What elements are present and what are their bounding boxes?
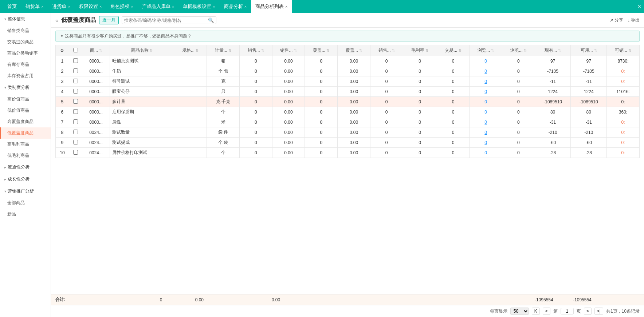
row-view1[interactable]: 0 — [470, 107, 502, 117]
table-row: 7 0000... 属性 米 0 0.00 0 0.00 0 0 0 0 0 -… — [56, 117, 640, 127]
sidebar-section-growth[interactable]: ▸ 成长性分析 — [0, 173, 51, 185]
nav-tab-sales[interactable]: 销货单 × — [21, 0, 48, 13]
cov2-column-header[interactable]: 覆盖... ⇅ — [338, 45, 370, 56]
sidebar-item-low-value[interactable]: 低价值商品 — [0, 105, 51, 116]
row-view1[interactable]: 0 — [470, 66, 502, 76]
row-checkbox[interactable] — [69, 117, 82, 127]
nav-tab-product-analysis-list[interactable]: 商品分析列表 × — [251, 0, 292, 13]
sidebar-section-flow[interactable]: ▸ 流通性分析 — [0, 161, 51, 173]
sidebar-item-high-margin[interactable]: 高毛利商品 — [0, 139, 51, 150]
last-page-button[interactable]: >| — [594, 308, 603, 315]
sales-amt-column-header[interactable]: 销售... ⇅ — [272, 45, 305, 56]
row-sales-amt: 0.00 — [272, 117, 305, 127]
code-column-header[interactable]: 商... ⇅ — [82, 45, 110, 56]
sidebar-section-general[interactable]: ▾ 整体信息 — [0, 13, 51, 25]
nav-tab-product-analysis[interactable]: 商品分析 × — [220, 0, 251, 13]
per-page-select[interactable]: 20 50 100 200 — [510, 308, 529, 315]
sidebar-item-low-margin[interactable]: 低毛利商品 — [0, 150, 51, 161]
select-all-checkbox[interactable] — [73, 48, 78, 52]
sidebar-item-category-rate[interactable]: 商品分类动销率 — [0, 48, 51, 59]
row-name: 启用保质期 — [110, 107, 174, 117]
sales-count-column-header[interactable]: 销售... ⇅ — [370, 45, 403, 56]
checkbox-column-header[interactable] — [69, 45, 82, 56]
row-checkbox[interactable] — [69, 76, 82, 87]
nav-tab-home[interactable]: 首页 — [3, 0, 21, 13]
row-view1[interactable]: 0 — [470, 76, 502, 87]
sales-qty-column-header[interactable]: 销售... ⇅ — [239, 45, 272, 56]
next-page-button[interactable]: > — [584, 308, 592, 315]
close-product-analysis-list-tab[interactable]: × — [285, 4, 287, 9]
row-view2: 0 — [502, 66, 535, 76]
row-checkbox[interactable] — [69, 97, 82, 107]
row-view1[interactable]: 0 — [470, 87, 502, 97]
row-stock1: -7105 — [535, 66, 571, 76]
nav-tab-template[interactable]: 单据模板设置 × — [178, 0, 219, 13]
row-checkbox[interactable] — [69, 66, 82, 76]
row-view1[interactable]: 0 — [470, 138, 502, 148]
stock1-column-header[interactable]: 现有... ⇅ — [535, 45, 571, 56]
prev-page-button[interactable]: < — [543, 308, 550, 315]
sidebar-section-marketing[interactable]: ▾ 营销推广分析 — [0, 185, 51, 197]
view2-column-header[interactable]: 浏览... ⇅ — [502, 45, 535, 56]
close-permission-tab[interactable]: × — [99, 4, 102, 9]
row-checkbox[interactable] — [69, 148, 82, 158]
first-page-button[interactable]: K — [532, 308, 540, 315]
spec-column-header[interactable]: 规格... ⇅ — [174, 45, 207, 56]
sidebar-item-traded-goods[interactable]: 交易过的商品 — [0, 36, 51, 48]
sidebar-item-sales-goods[interactable]: 销售类商品 — [0, 25, 51, 36]
nav-tab-product-entry[interactable]: 产成品入库单 × — [138, 0, 178, 13]
sidebar-item-high-value[interactable]: 高价值商品 — [0, 94, 51, 105]
row-checkbox[interactable] — [69, 138, 82, 148]
sidebar-item-capital-occupation[interactable]: 库存资金占用 — [0, 70, 51, 82]
row-checkbox[interactable] — [69, 56, 82, 66]
export-button[interactable]: ↓ 导出 — [628, 17, 640, 23]
close-product-analysis-tab[interactable]: × — [244, 4, 247, 9]
row-checkbox[interactable] — [69, 107, 82, 117]
row-view1[interactable]: 0 — [470, 56, 502, 66]
search-input[interactable] — [124, 18, 207, 23]
close-product-entry-tab[interactable]: × — [172, 4, 174, 9]
row-checkbox[interactable] — [69, 87, 82, 97]
row-trade: 0 — [437, 117, 470, 127]
cov1-column-header[interactable]: 覆盖... ⇅ — [305, 45, 338, 56]
row-code: 0024... — [82, 148, 110, 158]
row-checkbox[interactable] — [69, 127, 82, 138]
close-role-tab[interactable]: × — [131, 4, 133, 9]
date-filter-button[interactable]: 近一月 — [99, 16, 119, 24]
sidebar-item-all-goods[interactable]: 全部商品 — [0, 197, 51, 209]
close-sales-tab[interactable]: × — [41, 4, 43, 9]
share-button[interactable]: ↗ 分享 — [610, 17, 623, 23]
info-banner: ✦ 这类商品只有很少客户购买过，是推广不够，还是商品本身问题？ — [55, 31, 640, 42]
row-view1[interactable]: 0 — [470, 127, 502, 138]
name-column-header[interactable]: 商品名称 ⇅ — [110, 45, 174, 56]
margin-column-header[interactable]: 毛利率 ⇅ — [403, 45, 437, 56]
row-view2: 0 — [502, 56, 535, 66]
sidebar-item-low-coverage[interactable]: 低覆盖度商品 — [0, 127, 51, 139]
sidebar-toggle-button[interactable]: « — [55, 17, 58, 23]
nav-tab-permission[interactable]: 权限设置 × — [75, 0, 106, 13]
sidebar-item-in-stock[interactable]: 有库存商品 — [0, 59, 51, 70]
row-view2: 0 — [502, 138, 535, 148]
row-sales-count: 0 — [370, 56, 403, 66]
nav-tab-role[interactable]: 角色授权 × — [106, 0, 137, 13]
view1-column-header[interactable]: 浏览... ⇅ — [470, 45, 502, 56]
nav-tab-purchase[interactable]: 进货单 × — [48, 0, 74, 13]
sidebar-item-high-coverage[interactable]: 高覆盖度商品 — [0, 116, 51, 127]
unit-column-header[interactable]: 计量... ⇅ — [207, 45, 240, 56]
current-page-input[interactable] — [561, 308, 574, 314]
settings-column-header[interactable]: ⚙ — [56, 45, 69, 56]
row-view1[interactable]: 0 — [470, 97, 502, 107]
row-view1[interactable]: 0 — [470, 148, 502, 158]
close-purchase-tab[interactable]: × — [68, 4, 70, 9]
sellable-column-header[interactable]: 可销... ⇅ — [607, 45, 640, 56]
stock2-column-header[interactable]: 可用... ⇅ — [571, 45, 607, 56]
row-sales-qty: 0 — [239, 117, 272, 127]
close-template-tab[interactable]: × — [213, 4, 215, 9]
trade-column-header[interactable]: 交易... ⇅ — [437, 45, 470, 56]
sidebar-item-new-goods[interactable]: 新品 — [0, 209, 51, 220]
row-view1[interactable]: 0 — [470, 117, 502, 127]
row-unit: 个 — [207, 107, 240, 117]
close-all-button[interactable]: × — [638, 3, 641, 10]
row-cov1: 0 — [305, 117, 338, 127]
sidebar-section-category[interactable]: ▾ 类别度分析 — [0, 82, 51, 94]
